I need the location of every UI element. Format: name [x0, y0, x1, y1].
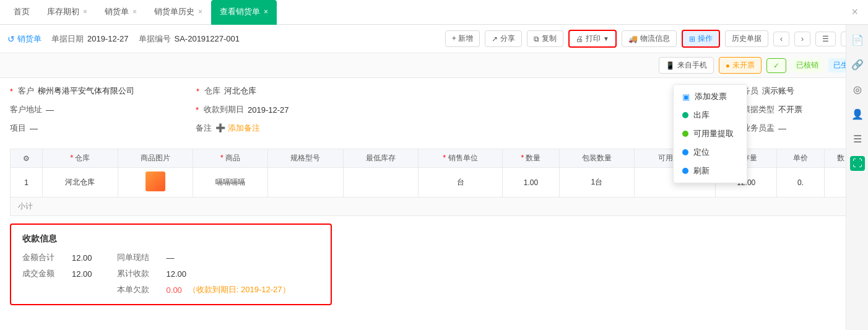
- col-unit-price: 单价: [777, 149, 825, 168]
- phone-icon: 📱: [666, 61, 675, 70]
- tab-bar-close-button[interactable]: ×: [846, 6, 863, 19]
- dropdown-locate[interactable]: 定位: [674, 143, 747, 162]
- circle-icon: ●: [726, 61, 730, 70]
- share-button[interactable]: ↗ 分享: [485, 30, 522, 47]
- project-field: 项目 —: [10, 123, 134, 134]
- sidebar-icon-circle[interactable]: ◎: [850, 82, 865, 97]
- cell-unit-price: 0.: [777, 168, 825, 198]
- cell-pack-qty: 1台: [559, 168, 634, 198]
- tab-sales-order[interactable]: 销货单 ×: [96, 0, 145, 25]
- col-spec: 规格型号: [268, 149, 343, 168]
- truck-icon: 🚚: [628, 35, 638, 43]
- tab-sales-order-close[interactable]: ×: [132, 7, 137, 16]
- cell-quantity: 1.00: [503, 168, 559, 198]
- address-field: 客户地址 —: [10, 104, 134, 115]
- tab-home[interactable]: 首页: [5, 0, 38, 25]
- available-qty-dot: [682, 131, 688, 137]
- employee-field: 业务员 演示账号: [734, 85, 858, 97]
- tab-sales-history-close[interactable]: ×: [198, 7, 202, 16]
- cell-unit: 台: [418, 168, 502, 198]
- copy-button[interactable]: ⧉ 复制: [527, 30, 563, 47]
- content-area: ↺ 销货单 单据日期 2019-12-27 单据编号 SA-20191227-0…: [0, 25, 868, 330]
- tab-sales-history[interactable]: 销货单历史 ×: [145, 0, 211, 25]
- cell-min-stock: [343, 168, 418, 198]
- cell-spec: [268, 168, 343, 198]
- logistics-button[interactable]: 🚚 物流信息: [622, 30, 677, 47]
- prev-button[interactable]: ‹: [773, 32, 789, 46]
- payment-same-settlement-row: 同单现结 —: [117, 252, 290, 263]
- next-button[interactable]: ›: [794, 32, 810, 46]
- check-icon: ✓: [773, 61, 779, 70]
- operation-dropdown: ▣ 添加发票 出库 可用量提取 定位 刷新: [673, 84, 747, 183]
- product-thumbnail: [145, 172, 165, 191]
- payment-total-row: 金额合计 12.00: [22, 252, 92, 263]
- sidebar-icon-document[interactable]: 📄: [850, 32, 865, 47]
- cell-warehouse: 河北仓库: [43, 168, 118, 198]
- add-remark-btn[interactable]: ➕ 添加备注: [215, 123, 260, 134]
- customer-field: * 客户 柳州粤港平安气体有限公司: [10, 85, 134, 97]
- payment-info: 收款信息 金额合计 12.00 成交金额 12.00 同单现结 — 累计收款: [10, 224, 332, 305]
- ticket-field: * 票据类型 不开票: [734, 104, 858, 115]
- right-sidebar: 📄 🔗 ◎ 👤 ☰ ⛶: [846, 25, 868, 330]
- payment-date-field: * 收款到期日 2019-12-27: [196, 104, 319, 115]
- phone-source-btn[interactable]: 📱 来自手机: [659, 57, 714, 74]
- dropdown-outbound[interactable]: 出库: [674, 106, 747, 124]
- new-button[interactable]: + 新增: [445, 30, 480, 47]
- sidebar-icon-expand[interactable]: ⛶: [850, 156, 865, 171]
- doc-type-badge: ↺ 销货单: [7, 33, 41, 45]
- doc-number-field: 单据编号 SA-20191227-001: [139, 33, 240, 45]
- tab-inventory-init-close[interactable]: ×: [83, 7, 87, 16]
- confirm-btn[interactable]: ✓: [766, 58, 786, 73]
- col-pack-qty: 包装数量: [559, 149, 634, 168]
- cell-index: 1: [11, 168, 43, 198]
- operation-button[interactable]: ⊞ 操作: [682, 30, 720, 48]
- payment-cumulative-row: 累计收款 12.00: [117, 268, 290, 279]
- payment-col-right: 同单现结 — 累计收款 12.00 本单欠款 0.00 （收款到期日: 2019…: [117, 252, 290, 295]
- dropdown-add-invoice[interactable]: ▣ 添加发票: [674, 87, 747, 106]
- cell-product-img: [118, 168, 193, 198]
- tab-view-sales-close[interactable]: ×: [264, 7, 268, 16]
- col-min-stock: 最低库存: [343, 149, 418, 168]
- cell-product: 嗝嗝嗝嗝: [193, 168, 267, 198]
- locate-dot: [682, 149, 688, 155]
- subtotal-label: 小计: [11, 198, 858, 216]
- invoice-icon: ▣: [682, 92, 690, 102]
- dropdown-refresh[interactable]: 刷新: [674, 162, 747, 180]
- sidebar-icon-link[interactable]: 🔗: [850, 57, 865, 72]
- grid-icon: ⊞: [689, 35, 695, 43]
- col-quantity: * 数量: [503, 149, 559, 168]
- print-icon: 🖨: [576, 35, 583, 43]
- payment-title: 收款信息: [22, 233, 319, 245]
- tab-view-sales[interactable]: 查看销货单 ×: [211, 0, 277, 25]
- action-bar: + 新增 ↗ 分享 ⧉ 复制 🖨 打印 ▼ 🚚 物流信息 ⊞ 操作: [445, 30, 861, 48]
- payment-deal-row: 成交金额 12.00: [22, 268, 92, 279]
- col-product-img: 商品图片: [118, 149, 193, 168]
- secondary-bar: 📱 来自手机 ● 未开票 ✓ 已核销 已生效: [0, 53, 868, 78]
- doc-info: ↺ 销货单 单据日期 2019-12-27 单据编号 SA-20191227-0…: [7, 33, 435, 45]
- sidebar-icon-list[interactable]: ☰: [850, 131, 865, 146]
- col-settings[interactable]: ⚙: [11, 149, 43, 168]
- salesperson-field: * 业务员盂 —: [734, 123, 858, 134]
- subtotal-row: 小计: [11, 198, 858, 216]
- payment-owed-row: 本单欠款 0.00 （收款到期日: 2019-12-27）: [117, 284, 290, 295]
- view-toggle-list[interactable]: ☰: [815, 32, 836, 46]
- print-button[interactable]: 🖨 打印 ▼: [568, 30, 617, 48]
- confirmed-status: 已核销: [791, 58, 823, 72]
- tab-bar: 首页 库存期初 × 销货单 × 销货单历史 × 查看销货单 × ×: [0, 0, 868, 25]
- warehouse-field: * 仓库 河北仓库: [196, 85, 320, 97]
- outbound-dot: [682, 112, 688, 118]
- remark-field: 备注 ➕ 添加备注: [196, 123, 319, 134]
- payment-col-left: 金额合计 12.00 成交金额 12.00: [22, 252, 92, 295]
- history-button[interactable]: 历史单据: [725, 30, 768, 47]
- col-warehouse: * 仓库: [43, 149, 118, 168]
- payment-rows: 金额合计 12.00 成交金额 12.00 同单现结 — 累计收款 12.00: [22, 252, 319, 295]
- doc-date-field: 单据日期 2019-12-27: [51, 33, 129, 45]
- doc-toolbar: ↺ 销货单 单据日期 2019-12-27 单据编号 SA-20191227-0…: [0, 25, 868, 53]
- dropdown-available-qty[interactable]: 可用量提取: [674, 124, 747, 143]
- tab-inventory-init[interactable]: 库存期初 ×: [38, 0, 96, 25]
- invoice-status-btn[interactable]: ● 未开票: [719, 57, 762, 74]
- col-product: * 商品: [193, 149, 267, 168]
- col-unit: * 销售单位: [418, 149, 502, 168]
- sidebar-icon-person[interactable]: 👤: [850, 106, 865, 121]
- refresh-dot: [682, 168, 688, 174]
